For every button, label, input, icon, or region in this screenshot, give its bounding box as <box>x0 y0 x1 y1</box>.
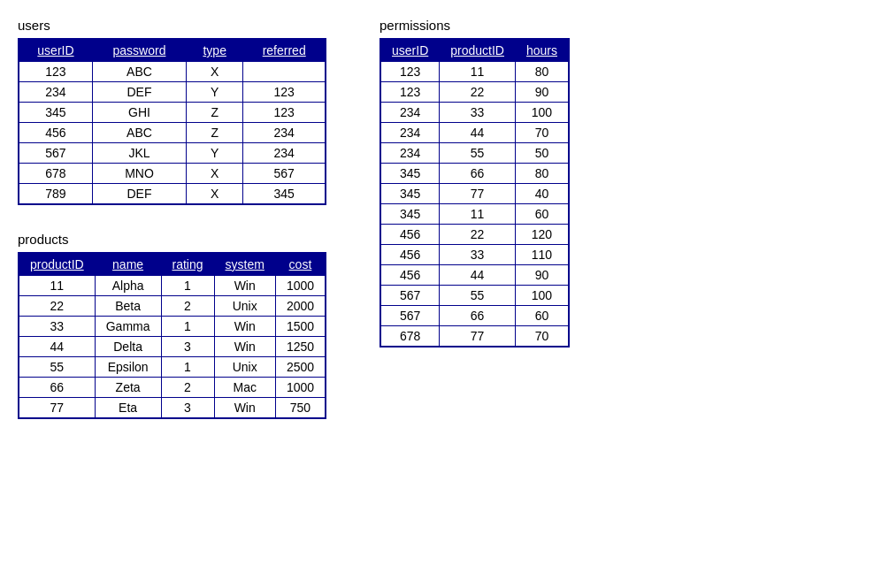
table-cell: 234 <box>380 103 440 123</box>
table-cell: 2000 <box>275 296 326 317</box>
users-section: users userIDpasswordtypereferred 123ABCX… <box>18 18 326 205</box>
permissions-table: userIDproductIDhours 1231180123229023433… <box>380 38 570 347</box>
table-cell: 750 <box>275 398 326 419</box>
table-row: 2344470 <box>380 123 569 143</box>
table-cell: 66 <box>440 306 516 326</box>
table-cell: 234 <box>380 143 440 164</box>
table-cell: 90 <box>515 265 569 286</box>
table-cell: 567 <box>380 306 440 326</box>
table-row: 44Delta3Win1250 <box>19 337 326 357</box>
table-row: 45633110 <box>380 245 569 265</box>
products-header-row: productIDnameratingsystemcost <box>19 253 326 276</box>
table-cell: Epsilon <box>95 357 161 378</box>
table-cell: 345 <box>380 204 440 225</box>
table-cell: 3 <box>161 398 214 419</box>
table-row: 789DEFX345 <box>19 184 326 205</box>
table-cell: 567 <box>19 143 92 164</box>
table-cell: Eta <box>95 398 161 419</box>
table-row: 345GHIZ123 <box>19 103 326 123</box>
table-cell: Delta <box>95 337 161 357</box>
products-title: products <box>18 232 326 247</box>
table-cell: 77 <box>440 184 516 204</box>
users-header-row: userIDpasswordtypereferred <box>19 39 326 62</box>
table-cell: 234 <box>243 123 326 143</box>
permissions-title: permissions <box>380 18 570 33</box>
table-cell: 110 <box>515 245 569 265</box>
table-row: 56755100 <box>380 286 569 306</box>
table-cell: ABC <box>92 62 186 82</box>
table-cell: 11 <box>19 276 95 296</box>
table-cell: DEF <box>92 184 186 205</box>
table-cell <box>243 62 326 82</box>
table-cell: Beta <box>95 296 161 317</box>
products-table: productIDnameratingsystemcost 11Alpha1Wi… <box>18 252 326 419</box>
table-cell: 567 <box>243 164 326 184</box>
table-row: 5676660 <box>380 306 569 326</box>
table-cell: Mac <box>214 378 275 398</box>
column-header-productid: productID <box>19 253 95 276</box>
table-cell: 33 <box>440 245 516 265</box>
column-header-name: name <box>95 253 161 276</box>
table-cell: 456 <box>19 123 92 143</box>
table-cell: 44 <box>19 337 95 357</box>
table-cell: 678 <box>19 164 92 184</box>
table-cell: 1500 <box>275 317 326 337</box>
table-cell: 456 <box>380 225 440 245</box>
table-cell: 123 <box>380 82 440 103</box>
column-header-rating: rating <box>161 253 214 276</box>
table-cell: 33 <box>440 103 516 123</box>
table-cell: Zeta <box>95 378 161 398</box>
table-cell: Unix <box>214 357 275 378</box>
table-cell: Win <box>214 337 275 357</box>
table-cell: 234 <box>243 143 326 164</box>
table-row: 123ABCX <box>19 62 326 82</box>
table-cell: Gamma <box>95 317 161 337</box>
table-cell: 77 <box>19 398 95 419</box>
table-row: 1231180 <box>380 62 569 82</box>
table-row: 77Eta3Win750 <box>19 398 326 419</box>
table-cell: 1250 <box>275 337 326 357</box>
table-cell: 678 <box>380 326 440 347</box>
column-header-userid: userID <box>380 39 440 62</box>
users-body: 123ABCX234DEFY123345GHIZ123456ABCZ234567… <box>19 62 326 205</box>
table-row: 45622120 <box>380 225 569 245</box>
table-row: 33Gamma1Win1500 <box>19 317 326 337</box>
column-header-system: system <box>214 253 275 276</box>
table-cell: DEF <box>92 82 186 103</box>
table-cell: 234 <box>19 82 92 103</box>
table-cell: 1000 <box>275 276 326 296</box>
table-cell: Alpha <box>95 276 161 296</box>
table-cell: 44 <box>440 265 516 286</box>
table-cell: 3 <box>161 337 214 357</box>
table-cell: JKL <box>92 143 186 164</box>
table-cell: 22 <box>19 296 95 317</box>
column-header-userid: userID <box>19 39 92 62</box>
table-row: 22Beta2Unix2000 <box>19 296 326 317</box>
table-cell: 55 <box>440 286 516 306</box>
table-cell: MNO <box>92 164 186 184</box>
table-cell: 345 <box>243 184 326 205</box>
table-cell: 22 <box>440 225 516 245</box>
table-cell: 70 <box>515 326 569 347</box>
table-cell: 2 <box>161 296 214 317</box>
table-row: 1232290 <box>380 82 569 103</box>
table-row: 6787770 <box>380 326 569 347</box>
table-cell: Y <box>187 143 243 164</box>
table-cell: 22 <box>440 82 516 103</box>
table-cell: 100 <box>515 286 569 306</box>
table-cell: 55 <box>440 143 516 164</box>
column-header-hours: hours <box>515 39 569 62</box>
table-cell: 789 <box>19 184 92 205</box>
table-cell: Win <box>214 317 275 337</box>
table-cell: 123 <box>243 82 326 103</box>
products-body: 11Alpha1Win100022Beta2Unix200033Gamma1Wi… <box>19 276 326 419</box>
table-row: 678MNOX567 <box>19 164 326 184</box>
table-row: 66Zeta2Mac1000 <box>19 378 326 398</box>
column-header-productid: productID <box>440 39 516 62</box>
table-cell: 1 <box>161 317 214 337</box>
table-cell: 33 <box>19 317 95 337</box>
column-header-type: type <box>187 39 243 62</box>
table-cell: 60 <box>515 204 569 225</box>
table-cell: 50 <box>515 143 569 164</box>
table-cell: Win <box>214 398 275 419</box>
